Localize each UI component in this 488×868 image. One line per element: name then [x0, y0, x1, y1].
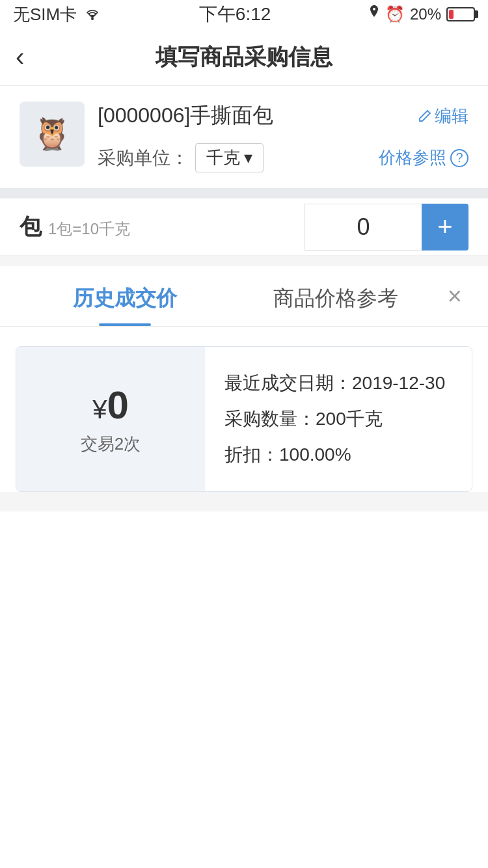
product-thumbnail: 🦉 [20, 102, 85, 167]
back-button[interactable]: ‹ [16, 42, 24, 72]
status-left: 无SIM卡 [13, 3, 102, 26]
quantity-plus-button[interactable]: + [422, 204, 468, 251]
price-card: ¥0 交易2次 最近成交日期：2019-12-30 采购数量：200千克 折扣：… [16, 346, 472, 492]
page-title: 填写商品采购信息 [156, 42, 332, 72]
discount-row: 折扣：100.00% [224, 442, 452, 467]
recent-date-row: 最近成交日期：2019-12-30 [224, 370, 452, 396]
tab-product-price-ref[interactable]: 商品价格参考 [230, 266, 441, 326]
quantity-conversion: 1包=10千克 [48, 219, 130, 239]
carrier-text: 无SIM卡 [13, 3, 77, 26]
product-logo-icon: 🦉 [33, 116, 72, 152]
quantity-row: 包 1包=10千克 + [0, 198, 488, 256]
edit-button[interactable]: 编辑 [418, 105, 468, 128]
status-bar: 无SIM卡 下午6:12 ⏰ 20% [0, 0, 488, 29]
product-details: [0000006]手撕面包 编辑 采购单位： 千克 ▾ 价格 [98, 102, 468, 172]
svg-point-0 [91, 18, 94, 20]
battery-icon [446, 7, 475, 21]
price-card-left: ¥0 交易2次 [16, 347, 205, 491]
purchase-qty-row: 采购数量：200千克 [224, 406, 452, 431]
purchase-unit-label: 采购单位： [98, 146, 189, 170]
location-icon [368, 5, 380, 23]
purchase-unit-row: 采购单位： 千克 ▾ 价格参照 ? [98, 143, 468, 172]
quantity-input[interactable] [305, 204, 422, 251]
tab-section: 历史成交价 商品价格参考 × ¥0 交易2次 最近成交日期：2019-12-30… [0, 266, 488, 492]
currency-symbol: ¥ [92, 395, 107, 424]
tab-history-price[interactable]: 历史成交价 [20, 266, 230, 326]
transaction-count: 交易2次 [81, 433, 141, 455]
price-amount: ¥0 [92, 383, 129, 427]
status-right: ⏰ 20% [368, 5, 475, 23]
tab-close-button[interactable]: × [441, 284, 468, 308]
battery-percent: 20% [410, 5, 441, 23]
product-name: [0000006]手撕面包 [98, 102, 273, 130]
price-card-right: 最近成交日期：2019-12-30 采购数量：200千克 折扣：100.00% [205, 347, 472, 491]
purchase-unit-left: 采购单位： 千克 ▾ [98, 143, 264, 172]
quantity-input-group: + [305, 204, 468, 251]
section-divider [0, 188, 488, 198]
quantity-label: 包 1包=10千克 [20, 212, 305, 242]
product-row: 🦉 [0000006]手撕面包 编辑 采购单位： 千克 ▾ [20, 102, 468, 172]
tab-active-indicator [99, 323, 151, 326]
dropdown-arrow: ▾ [244, 148, 252, 168]
unit-select-dropdown[interactable]: 千克 ▾ [195, 143, 264, 172]
help-icon: ? [450, 149, 468, 167]
quantity-unit: 包 [20, 212, 42, 242]
nav-bar: ‹ 填写商品采购信息 [0, 29, 488, 86]
product-section: 🦉 [0000006]手撕面包 编辑 采购单位： 千克 ▾ [0, 86, 488, 188]
wifi-icon [83, 5, 102, 25]
status-time: 下午6:12 [199, 2, 271, 27]
product-name-row: [0000006]手撕面包 编辑 [98, 102, 468, 130]
price-reference-link[interactable]: 价格参照 ? [379, 146, 468, 169]
content-area [0, 511, 488, 868]
tab-bar: 历史成交价 商品价格参考 × [0, 266, 488, 327]
alarm-icon: ⏰ [385, 5, 405, 23]
